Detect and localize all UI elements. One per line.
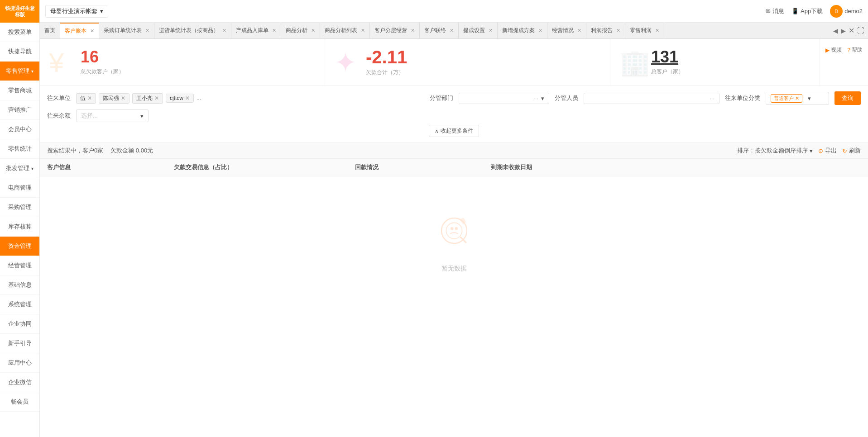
query-button[interactable]: 查询 xyxy=(834,91,861,105)
tab-customer-ledger-close[interactable]: ✕ xyxy=(90,28,94,34)
collapse-button[interactable]: ∧ 收起更多条件 xyxy=(429,125,479,137)
user-name: demo2 xyxy=(844,8,863,14)
tab-home[interactable]: 首页 xyxy=(40,23,60,39)
collapse-row: ∧ 收起更多条件 xyxy=(47,125,861,137)
app-download-button[interactable]: 📱 App下载 xyxy=(791,7,823,15)
sidebar-item-operations[interactable]: 经营管理 xyxy=(0,256,39,276)
sidebar-item-marketing[interactable]: 营销推广 xyxy=(0,100,39,120)
tab-purchase-order-close[interactable]: ✕ xyxy=(145,28,149,33)
remove-cjttcw-tag[interactable]: ✕ xyxy=(185,95,190,101)
user-menu[interactable]: D demo2 xyxy=(830,5,863,18)
unit-type-filter-label: 往来单位分类 xyxy=(725,94,760,102)
help-link[interactable]: ? 帮助 xyxy=(847,46,863,54)
tab-customer-tier[interactable]: 客户分层经营 ✕ xyxy=(370,23,420,39)
tab-close-all[interactable]: ✕ xyxy=(849,26,854,35)
company-name: 母婴行业演示帐套 xyxy=(50,7,97,15)
tab-retail-profit-close[interactable]: ✕ xyxy=(655,28,659,33)
remove-customer-type-tag[interactable]: ✕ xyxy=(795,95,799,101)
svg-point-1 xyxy=(446,223,462,238)
customer-type-tag: 普通客户 ✕ xyxy=(771,94,802,103)
sidebar-item-search[interactable]: 搜索菜单 xyxy=(0,23,39,42)
sidebar-item-system[interactable]: 系统管理 xyxy=(0,295,39,314)
tab-inbound-stats[interactable]: 进货单统计表（按商品） ✕ xyxy=(154,23,231,39)
sidebar-item-member-center[interactable]: 会员中心 xyxy=(0,120,39,139)
message-label: 消息 xyxy=(772,7,784,15)
tab-purchase-order[interactable]: 采购订单统计表 ✕ xyxy=(99,23,154,39)
sidebar-item-enterprise[interactable]: 企业协同 xyxy=(0,314,39,334)
sidebar-item-ecommerce[interactable]: 电商管理 xyxy=(0,178,39,198)
tab-customer-contact-close[interactable]: ✕ xyxy=(450,28,454,33)
tab-product-analysis-list-close[interactable]: ✕ xyxy=(361,28,365,33)
tab-customer-ledger[interactable]: 客户账本 ✕ xyxy=(60,23,99,39)
person-select[interactable]: ··· xyxy=(584,93,719,104)
company-selector[interactable]: 母婴行业演示帐套 ▾ xyxy=(45,5,108,18)
dept-select-more: ··· xyxy=(533,95,538,102)
sidebar-item-inventory[interactable]: 库存核算 xyxy=(0,217,39,237)
sidebar-item-wechat[interactable]: 企业微信 xyxy=(0,373,39,392)
tab-operations[interactable]: 经营情况 ✕ xyxy=(547,23,586,39)
tabs-bar: 首页 客户账本 ✕ 采购订单统计表 ✕ 进货单统计表（按商品） ✕ 产成品入库单… xyxy=(40,23,868,39)
tab-commission-settings-label: 提成设置 xyxy=(463,27,485,34)
dept-select[interactable]: ··· ▾ xyxy=(459,93,549,104)
tab-scroll-left[interactable]: ◀ xyxy=(833,27,838,34)
remove-wang-tag[interactable]: ✕ xyxy=(154,95,159,101)
app-logo: 畅捷通好生意 标版 xyxy=(0,0,39,23)
tab-profit-report-close[interactable]: ✕ xyxy=(616,28,620,33)
sidebar-item-retail-mall[interactable]: 零售商城 xyxy=(0,81,39,100)
sidebar-item-finance[interactable]: 资金管理 xyxy=(0,237,39,256)
sidebar-item-shortcuts[interactable]: 快捷导航 xyxy=(0,42,39,62)
tab-commission-settings[interactable]: 提成设置 ✕ xyxy=(459,23,498,39)
col-customer-header: 客户信息 xyxy=(47,163,174,171)
tab-customer-tier-close[interactable]: ✕ xyxy=(411,28,415,33)
person-select-more: ··· xyxy=(710,95,715,102)
main-area: 母婴行业演示帐套 ▾ ✉ 消息 📱 App下载 D demo2 xyxy=(40,0,868,437)
remove-chen-tag[interactable]: ✕ xyxy=(121,95,125,101)
tab-product-analysis[interactable]: 商品分析 ✕ xyxy=(281,23,320,39)
video-link[interactable]: ▶ 视频 xyxy=(825,46,842,54)
tab-new-commission-close[interactable]: ✕ xyxy=(538,28,542,33)
sidebar-item-app-center[interactable]: 应用中心 xyxy=(0,353,39,373)
export-button[interactable]: ⊙ 导出 xyxy=(818,147,837,155)
stat3-label: 总客户（家） xyxy=(651,68,684,76)
more-tags-btn[interactable]: ... xyxy=(197,95,201,101)
refresh-button[interactable]: ↻ 刷新 xyxy=(842,147,861,155)
tab-retail-profit-label: 零售利润 xyxy=(630,27,652,34)
tab-fullscreen[interactable]: ⛶ xyxy=(857,27,864,35)
sidebar-item-newbie[interactable]: 新手引导 xyxy=(0,334,39,353)
tab-customer-contact[interactable]: 客户联络 ✕ xyxy=(420,23,459,39)
empty-text: 暂无数据 xyxy=(441,265,467,273)
tab-inbound-stats-label: 进货单统计表（按商品） xyxy=(159,27,219,34)
sidebar-item-wholesale[interactable]: 批发管理 ▾ xyxy=(0,159,39,178)
sidebar-item-basic-info[interactable]: 基础信息 xyxy=(0,276,39,295)
message-button[interactable]: ✉ 消息 xyxy=(766,7,784,15)
top-bar: 母婴行业演示帐套 ▾ ✉ 消息 📱 App下载 D demo2 xyxy=(40,0,868,23)
stat-overdue-total: ✦ -2.11 欠款合计（万） xyxy=(325,39,610,86)
sidebar-item-retail[interactable]: 零售管理 ▾ xyxy=(0,62,39,81)
tab-product-analysis-close[interactable]: ✕ xyxy=(311,28,315,33)
unit-type-arrow: ▾ xyxy=(808,95,811,102)
tab-operations-close[interactable]: ✕ xyxy=(577,28,581,33)
tab-new-commission[interactable]: 新增提成方案 ✕ xyxy=(498,23,547,39)
tab-inbound-stats-close[interactable]: ✕ xyxy=(222,28,226,33)
tab-product-inbound-close[interactable]: ✕ xyxy=(272,28,276,33)
remove-wu-tag[interactable]: ✕ xyxy=(87,95,92,101)
filter-row-2: 往来余额 选择... ▾ xyxy=(47,109,861,122)
tab-commission-settings-close[interactable]: ✕ xyxy=(489,28,493,33)
balance-select[interactable]: 选择... ▾ xyxy=(76,109,149,122)
unit-type-select[interactable]: 普通客户 ✕ ▾ xyxy=(766,92,829,105)
sidebar-item-purchase[interactable]: 采购管理 xyxy=(0,198,39,217)
tab-profit-report[interactable]: 利润报告 ✕ xyxy=(586,23,625,39)
stat1-label: 总欠款客户（家） xyxy=(81,68,124,76)
tab-product-inbound[interactable]: 产成品入库单 ✕ xyxy=(231,23,281,39)
sidebar-item-vip[interactable]: 畅会员 xyxy=(0,392,39,412)
tab-retail-profit[interactable]: 零售利润 ✕ xyxy=(625,23,664,39)
balance-arrow: ▾ xyxy=(140,113,144,119)
sidebar-item-retail-stats[interactable]: 零售统计 xyxy=(0,139,39,159)
empty-state: 暂无数据 xyxy=(40,176,868,309)
stat2-label: 欠款合计（万） xyxy=(366,69,404,76)
stat1-bg-icon: ¥ xyxy=(49,47,64,78)
tab-scroll-right[interactable]: ▶ xyxy=(841,27,846,34)
stat3-bg-icon: 🏢 xyxy=(619,48,651,77)
tab-product-analysis-list[interactable]: 商品分析列表 ✕ xyxy=(320,23,370,39)
sort-select[interactable]: 排序：按欠款金额倒序排序 ▾ xyxy=(737,147,813,155)
